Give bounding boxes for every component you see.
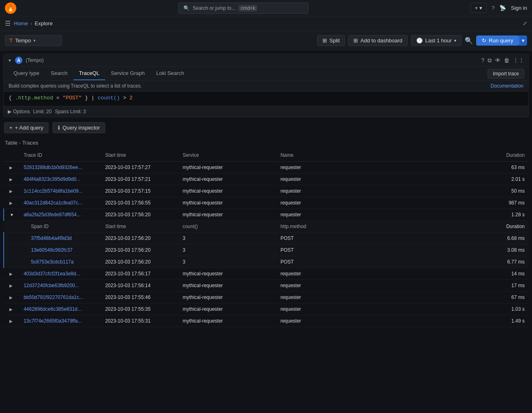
query-header-icons: ? ⧉ 👁 🗑 ⋮⋮	[481, 57, 524, 64]
trace-service: mythical-requester	[179, 303, 276, 315]
hamburger-icon[interactable]: ☰	[5, 20, 11, 27]
query-delete-icon[interactable]: 🗑	[504, 57, 510, 64]
table-row: ▶ 52813288db1b0d9326ee... 2023-10-03 17:…	[4, 162, 529, 174]
trace-id-link[interactable]: 1c114cc2b574b8fa1be09...	[24, 188, 83, 194]
add-to-dashboard-button[interactable]: ⊞ Add to dashboard	[348, 35, 408, 46]
tab-service-graph[interactable]: Service Graph	[105, 67, 150, 80]
datasource-icon: T	[9, 37, 13, 44]
row-expand-button[interactable]: ▶	[8, 272, 14, 276]
trace-name: requester	[276, 315, 484, 327]
col-header-traceid: Trace ID	[20, 149, 101, 162]
inspector-icon: ℹ	[58, 125, 60, 131]
query-help-icon[interactable]: ?	[481, 57, 484, 64]
trace-id-link[interactable]: 484f4a8323c395d9d9d0...	[24, 176, 80, 182]
trace-service: mythical-requester	[179, 185, 276, 197]
traceql-open-brace: {	[9, 95, 15, 101]
table-row: ▶ 403d3d37cfcf2f1ea3e8d... 2023-10-03 17…	[4, 268, 529, 280]
span-start-time: 2023-10-03 17:56:20	[101, 256, 179, 268]
query-hide-icon[interactable]: 👁	[495, 57, 501, 64]
trace-duration: 2.01 s	[484, 174, 529, 185]
row-expand-button[interactable]: ▶	[8, 319, 14, 323]
table-row: ▶ 40ac312d842ca1cfea07c... 2023-10-03 17…	[4, 197, 529, 209]
span-id-link[interactable]: 37f5d48b4a4f9d3d	[31, 235, 72, 241]
documentation-link[interactable]: Documentation	[490, 83, 523, 89]
options-toggle[interactable]: ▶ Options	[8, 109, 30, 114]
trace-service: mythical-requester	[179, 162, 276, 174]
trace-name: requester	[276, 209, 484, 221]
query-more-icon[interactable]: ⋮⋮	[513, 57, 524, 64]
traceql-editor[interactable]: { .http.method = "POST" } | count() > 2	[4, 92, 528, 106]
row-expand-button[interactable]: ▶	[8, 165, 14, 170]
clock-icon: 🕐	[416, 37, 423, 44]
table-row: ▶ 4462896dce6c385e831d... 2023-10-03 17:…	[4, 303, 529, 315]
query-inspector-button[interactable]: ℹ Query inspector	[53, 122, 105, 133]
trace-id-link[interactable]: 13c7f74e2665f0a3479ffa...	[24, 318, 82, 324]
col-header-span-duration: Duration	[484, 221, 529, 233]
breadcrumb-home[interactable]: Home	[14, 20, 28, 26]
row-expand-button[interactable]: ▶	[8, 189, 14, 193]
span-duration: 3.08 ms	[484, 244, 529, 256]
toolbar-right: ⊞ Split ⊞ Add to dashboard 🕐 Last 1 hour…	[317, 35, 527, 46]
datasource-selector[interactable]: T Tempo ▾	[5, 35, 62, 46]
span-id-link[interactable]: 5c8753e3cdcb117a	[31, 259, 74, 265]
run-query-button[interactable]: ↻ Run query	[476, 35, 519, 46]
tab-search[interactable]: Search	[45, 67, 73, 80]
breadcrumb: Home › Explore	[14, 20, 53, 26]
row-expand-button[interactable]: ▼	[8, 213, 15, 217]
col-header-duration: Duration	[484, 149, 529, 162]
span-row: 37f5d48b4a4f9d3d 2023-10-03 17:56:20 3 P…	[4, 233, 529, 244]
col-header-name: Name	[276, 149, 484, 162]
search-placeholder: Search or jump to...	[193, 5, 236, 11]
add-icon: +	[9, 125, 13, 131]
import-trace-button[interactable]: Import trace	[488, 69, 524, 79]
add-button[interactable]: + ▾	[470, 3, 487, 13]
trace-duration: 1.49 s	[484, 315, 529, 327]
traceql-string-val: "POST"	[63, 95, 82, 101]
trace-start-time: 2023-10-03 17:57:27	[101, 162, 179, 174]
sign-in-button[interactable]: Sign in	[511, 5, 527, 11]
query-copy-icon[interactable]: ⧉	[488, 57, 492, 64]
zoom-out-icon[interactable]: 🔍	[465, 37, 473, 44]
trace-id-link[interactable]: bb50d791f92270761da1c...	[24, 294, 83, 300]
search-shortcut: cmd+k	[238, 5, 257, 11]
time-picker[interactable]: 🕐 Last 1 hour ▾	[411, 35, 461, 46]
row-expand-button[interactable]: ▶	[8, 201, 14, 205]
trace-name: requester	[276, 162, 484, 174]
trace-name: requester	[276, 303, 484, 315]
run-query-split-button[interactable]: ▾	[519, 35, 527, 46]
collapse-button[interactable]: ▼	[8, 58, 12, 63]
tab-loki-search[interactable]: Loki Search	[150, 67, 190, 80]
trace-id-link[interactable]: 52813288db1b0d9326ee...	[24, 165, 82, 170]
traceql-number: 2	[129, 95, 132, 101]
trace-duration: 987 ms	[484, 197, 529, 209]
trace-start-time: 2023-10-03 17:55:46	[101, 292, 179, 303]
grafana-logo[interactable]: 🔥	[5, 2, 16, 14]
global-search[interactable]: 🔍 Search or jump to... cmd+k	[178, 2, 309, 14]
trace-id-link[interactable]: 40ac312d842ca1cfea07c...	[24, 200, 82, 206]
results-title: Table - Traces	[3, 136, 529, 149]
tab-traceql[interactable]: TraceQL	[73, 67, 105, 80]
run-query-group: ↻ Run query ▾	[476, 35, 527, 46]
row-expand-button[interactable]: ▶	[8, 283, 14, 288]
row-expand-button[interactable]: ▶	[8, 307, 14, 312]
news-icon[interactable]: 📡	[499, 5, 506, 11]
col-header-spanid: Span ID	[20, 221, 101, 233]
table-row: ▶ bb50d791f92270761da1c... 2023-10-03 17…	[4, 292, 529, 303]
span-http-method: POST	[276, 256, 484, 268]
row-expand-button[interactable]: ▶	[8, 177, 14, 182]
span-id-link[interactable]: 13e60549c992fc37	[31, 247, 73, 253]
split-button[interactable]: ⊞ Split	[317, 35, 345, 46]
trace-id-link[interactable]: a6a2fa25d3fede87df654...	[24, 212, 81, 217]
row-expand-button[interactable]: ▶	[8, 295, 14, 300]
trace-id-link[interactable]: 12d37240fcbe63fb9200...	[24, 283, 79, 288]
query-letter-badge: A	[15, 57, 22, 64]
traceql-info-text: Build complex queries using TraceQL to s…	[9, 83, 142, 89]
add-query-button[interactable]: + + Add query	[4, 122, 49, 133]
trace-id-link[interactable]: 4462896dce6c385e831d...	[24, 306, 82, 312]
trace-start-time: 2023-10-03 17:56:17	[101, 268, 179, 280]
col-header-httpmethod: http.method	[276, 221, 484, 233]
help-icon[interactable]: ?	[492, 5, 494, 11]
trace-id-link[interactable]: 403d3d37cfcf2f1ea3e8d...	[24, 271, 80, 277]
share-icon[interactable]: ⤢	[523, 20, 527, 26]
tab-query-type[interactable]: Query type	[8, 67, 45, 80]
